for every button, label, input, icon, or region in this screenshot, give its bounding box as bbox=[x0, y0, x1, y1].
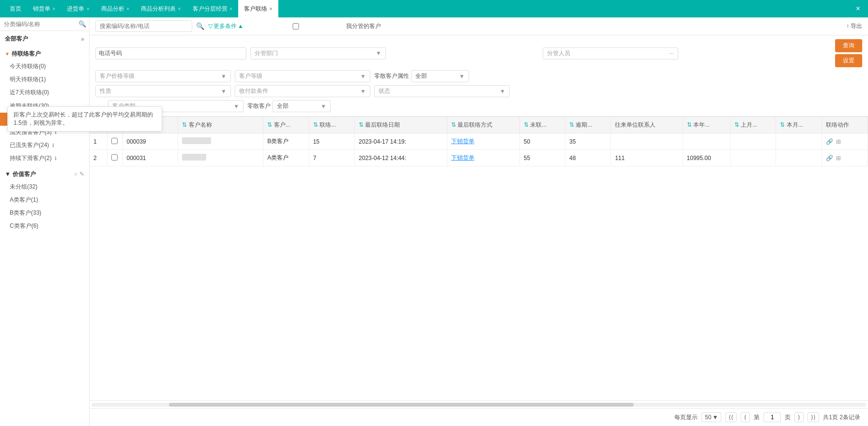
page-size-arrow: ▼ bbox=[712, 414, 718, 421]
status-filter[interactable]: 状态 ▼ bbox=[374, 85, 510, 97]
sidebar-search-input[interactable] bbox=[4, 21, 76, 28]
scroll-thumb[interactable] bbox=[169, 403, 634, 407]
cell-ov-2: 48 bbox=[565, 150, 611, 166]
col-action: 联络动作 bbox=[822, 117, 868, 133]
retail-attr-select[interactable]: 全部 ▼ bbox=[411, 70, 469, 82]
phone-filter[interactable]: 电话号码 bbox=[95, 47, 246, 59]
retail-attr-filter: 零散客户属性 全部 ▼ bbox=[374, 70, 862, 82]
adv-filters: 电话号码 分管部门 ▼ 分管人员 ··· bbox=[90, 35, 868, 117]
method-link-1[interactable]: 下销货单 bbox=[451, 138, 474, 145]
retail-customer-filter: 零散客户 全部 ▼ bbox=[247, 100, 862, 112]
sidebar-item-class-b[interactable]: B类客户(33) bbox=[0, 206, 89, 220]
nav-close-contact[interactable]: × bbox=[269, 6, 272, 12]
last-page-button[interactable]: ⟩⟩ bbox=[807, 412, 819, 422]
dept-filter[interactable]: 分管部门 ▼ bbox=[250, 47, 386, 59]
more-conditions-button[interactable]: ▽ 更多条件 ▲ bbox=[208, 22, 244, 30]
grid-icon-1[interactable]: ⊞ bbox=[836, 138, 841, 145]
person-more[interactable]: ··· bbox=[669, 50, 674, 57]
sort-icon-unc: ⇅ bbox=[524, 121, 529, 128]
triangle-icon-2: ▼ bbox=[5, 171, 11, 177]
query-button[interactable]: 查询 bbox=[835, 39, 862, 52]
nav-sales-order[interactable]: 销货单 × bbox=[27, 0, 61, 17]
total-label: 共1页 2条记录 bbox=[823, 413, 860, 422]
cell-method-2[interactable]: 下销货单 bbox=[447, 150, 519, 166]
page-size-select[interactable]: 50 ▼ bbox=[701, 412, 721, 422]
my-customers-checkbox-wrap[interactable]: 我分管的客户 bbox=[247, 22, 381, 30]
nav-close-sales[interactable]: × bbox=[52, 6, 55, 12]
row1-checkbox[interactable] bbox=[111, 138, 118, 144]
next-page-button[interactable]: ⟩ bbox=[794, 412, 804, 422]
filter-icon: ▽ bbox=[208, 23, 213, 29]
nav-goods-analysis-list[interactable]: 商品分析列表 × bbox=[135, 0, 186, 17]
nav-purchase-order[interactable]: 进货单 × bbox=[61, 0, 95, 17]
nav-goods-analysis[interactable]: 商品分析 × bbox=[95, 0, 135, 17]
search-input[interactable] bbox=[95, 20, 192, 32]
name-placeholder-1 bbox=[182, 137, 211, 144]
retail-customer-label: 零散客户 bbox=[247, 102, 271, 110]
nav-customer-contact[interactable]: 客户联络 × bbox=[238, 0, 278, 17]
retail-customer-select[interactable]: 全部 ▼ bbox=[273, 100, 331, 112]
scroll-track[interactable] bbox=[91, 403, 866, 407]
cell-date-1: 2023-04-17 14:19: bbox=[355, 133, 447, 150]
sidebar-collapse-btn[interactable]: » bbox=[81, 36, 84, 43]
sidebar-item-class-c[interactable]: C类客户(6) bbox=[0, 220, 89, 233]
page-unit-label: 页 bbox=[785, 413, 791, 422]
col-customer-type: ⇅ 客户... bbox=[263, 117, 309, 133]
nav-customer-segment[interactable]: 客户分层经营 × bbox=[187, 0, 238, 17]
window-close-button[interactable]: × bbox=[852, 4, 864, 13]
nav-close-purchase[interactable]: × bbox=[86, 6, 89, 12]
sidebar-item-class-a[interactable]: A类客户(1) bbox=[0, 193, 89, 206]
nav-close-goods-list[interactable]: × bbox=[178, 6, 181, 12]
cell-unc-2: 55 bbox=[519, 150, 565, 166]
person-filter[interactable]: 分管人员 ··· bbox=[543, 47, 678, 59]
nav-close-segment[interactable]: × bbox=[229, 6, 232, 12]
nav-home[interactable]: 首页 bbox=[4, 0, 27, 17]
method-link-2[interactable]: 下销货单 bbox=[451, 154, 474, 161]
cell-method-1[interactable]: 下销货单 bbox=[447, 133, 519, 150]
sidebar-item-ungrouped[interactable]: 未分组(32) bbox=[0, 180, 89, 193]
status-arrow: ▼ bbox=[500, 88, 505, 95]
grid-icon-2[interactable]: ⊞ bbox=[836, 155, 841, 162]
sidebar-item-churned[interactable]: 已流失客户(24) ℹ bbox=[0, 139, 89, 152]
sidebar-item-tomorrow[interactable]: 明天待联络(1) bbox=[0, 73, 89, 86]
link-icon-1[interactable]: 🔗 bbox=[826, 138, 833, 145]
export-button[interactable]: ↑ 导出 bbox=[846, 22, 862, 30]
search-button[interactable]: 🔍 bbox=[196, 22, 204, 30]
sidebar-search-icon[interactable]: 🔍 bbox=[78, 20, 86, 28]
row2-checkbox[interactable] bbox=[111, 154, 118, 161]
chevron-up-icon: ▲ bbox=[238, 23, 244, 29]
col-overdue: ⇅ 逾期... bbox=[565, 117, 611, 133]
cell-index-2: 2 bbox=[90, 150, 107, 166]
payment-filter[interactable]: 收付款条件 ▼ bbox=[235, 85, 370, 97]
sidebar-value-group-title[interactable]: ▼ 价值客户 ○ ✎ bbox=[0, 167, 89, 180]
nav-close-goods[interactable]: × bbox=[126, 6, 129, 12]
sidebar-item-7days[interactable]: 近7天待联络(0) bbox=[0, 86, 89, 99]
sidebar-value-group: ▼ 价值客户 ○ ✎ 未分组(32) A类客户(1) B类客户(33) bbox=[0, 167, 89, 233]
sidebar-all-customers[interactable]: 全部客户 » bbox=[0, 31, 89, 47]
filter-bar: 🔍 ▽ 更多条件 ▲ 我分管的客户 ↑ 导出 bbox=[90, 17, 868, 35]
sidebar-item-today[interactable]: 今天待联络(0) bbox=[0, 60, 89, 73]
adv-filters-wrap: 电话号码 分管部门 ▼ 分管人员 ··· bbox=[90, 35, 868, 117]
horizontal-scrollbar[interactable] bbox=[90, 400, 868, 408]
cell-ov-1: 35 bbox=[565, 133, 611, 150]
phone-input[interactable] bbox=[124, 50, 243, 57]
page-number-input[interactable] bbox=[763, 412, 781, 422]
cell-tm-2 bbox=[776, 150, 822, 166]
filter-row-4: ... 客户类型 ▼ 零散客户 全部 ▼ bbox=[95, 100, 862, 112]
sidebar-group-pending[interactable]: ▼ 待联络客户 bbox=[0, 47, 89, 60]
action-icons-2: 🔗 ⊞ bbox=[826, 155, 864, 162]
sidebar-item-declining[interactable]: 持续下滑客户(2) ℹ bbox=[0, 152, 89, 165]
customer-grade-filter[interactable]: 客户等级 ▼ bbox=[235, 70, 370, 82]
gender-filter[interactable]: 性质 ▼ bbox=[95, 85, 231, 97]
prev-page-button[interactable]: ⟨ bbox=[741, 412, 750, 422]
my-customers-checkbox[interactable] bbox=[247, 23, 344, 29]
sort-icon-tm: ⇅ bbox=[780, 121, 785, 128]
sort-icon-name: ⇅ bbox=[182, 121, 187, 128]
settings-button[interactable]: 设置 bbox=[835, 54, 862, 67]
refresh-icon[interactable]: ○ bbox=[74, 171, 77, 177]
pagination-bar: 每页显示 50 ▼ ⟨⟨ ⟨ 第 页 ⟩ ⟩⟩ 共1页 2条记录 bbox=[90, 408, 868, 426]
first-page-button[interactable]: ⟨⟨ bbox=[725, 412, 737, 422]
price-grade-filter[interactable]: 客户价格等级 ▼ bbox=[95, 70, 231, 82]
link-icon-2[interactable]: 🔗 bbox=[826, 155, 833, 162]
edit-icon[interactable]: ✎ bbox=[79, 171, 84, 177]
